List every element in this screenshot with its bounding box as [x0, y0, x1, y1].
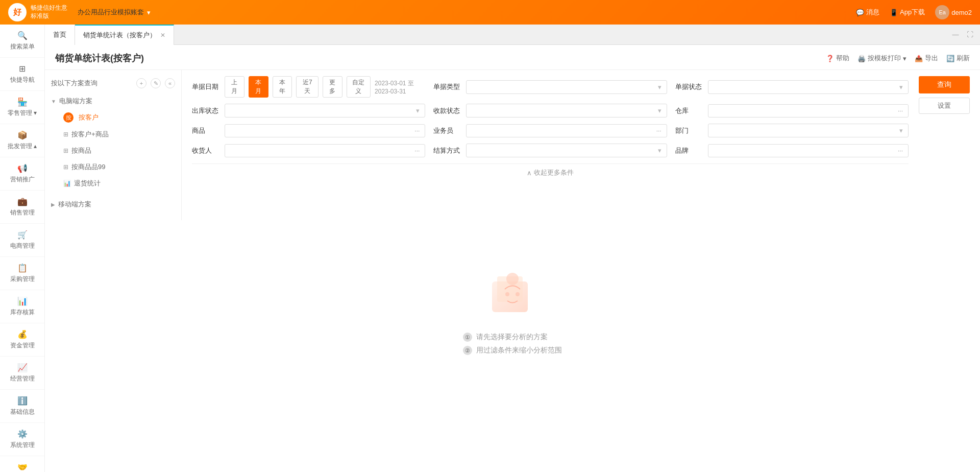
sidebar-item-operation[interactable]: 📈 经营管理	[0, 357, 44, 390]
scheme-panel: 按以下方案查询 + ✎ «	[45, 70, 182, 220]
filter-and-buttons: 单据日期 上月 本月 本年 近7天 更多 自定义	[182, 70, 980, 220]
tip-2: ② 用过滤条件来缩小分析范围	[463, 346, 562, 355]
scheme-item-by-customer[interactable]: 按 按客户	[45, 109, 181, 126]
sidebar-item-finance[interactable]: 💰 资金管理	[0, 323, 44, 357]
sidebar-item-search-menu[interactable]: 🔍 搜索菜单	[0, 25, 44, 58]
payment-status-item: 收款状态 ▾	[433, 104, 667, 117]
settlement-label: 结算方式	[433, 146, 462, 155]
message-btn[interactable]: 💬 消息	[856, 8, 879, 17]
consignee-item: 收货人 ···	[192, 144, 425, 157]
scheme-item-refund[interactable]: 📊 退货统计	[45, 175, 181, 192]
tab-minimize-btn[interactable]: —	[949, 29, 962, 41]
main-layout: 🔍 搜索菜单 ⊞ 快捷导航 🏪 零售管理 ▾ 📦 批发管理 ▴ 📢 营销推广	[0, 25, 980, 472]
product-ellipsis: ···	[414, 127, 420, 134]
status-dropdown-icon: ▾	[899, 83, 903, 91]
scheme-item-by-product-99[interactable]: ⊞ 按商品品99	[45, 159, 181, 175]
status-filter-item: 单据状态 ▾	[675, 80, 909, 94]
grid-icon-2: ⊞	[63, 147, 68, 154]
title-dropdown[interactable]: ▾	[147, 9, 151, 16]
marketing-icon: 📢	[2, 163, 42, 173]
svg-point-2	[506, 273, 519, 285]
tab-bar: 首页 销货单统计表（按客户） ✕ — ⛶	[45, 25, 980, 45]
date-btn-more[interactable]: 更多	[323, 76, 342, 98]
tab-maximize-btn[interactable]: ⛶	[964, 29, 976, 41]
scheme-add-btn[interactable]: +	[136, 78, 146, 88]
query-button[interactable]: 查询	[919, 76, 970, 93]
export-btn[interactable]: 📤 导出	[915, 54, 938, 63]
product-control[interactable]: ···	[225, 124, 425, 137]
sidebar-item-wholesale[interactable]: 📦 批发管理 ▴	[0, 124, 44, 157]
content-area: 首页 销货单统计表（按客户） ✕ — ⛶ 销货单统计表(按客户)	[45, 25, 980, 472]
payment-status-select[interactable]: ▾	[466, 104, 667, 117]
app-download-btn[interactable]: 📱 App下载	[890, 8, 925, 17]
dept-select[interactable]: ▾	[708, 124, 909, 137]
tab-sales-stat[interactable]: 销货单统计表（按客户） ✕	[75, 25, 174, 45]
type-dropdown-icon: ▾	[658, 83, 662, 91]
consignee-control[interactable]: ···	[225, 144, 425, 157]
sidebar-item-inventory[interactable]: 📊 库存核算	[0, 290, 44, 323]
date-btn-last-month[interactable]: 上月	[225, 76, 244, 98]
scheme-panel-header: 按以下方案查询 + ✎ «	[45, 75, 181, 91]
filter-row-3: 商品 ··· 业务员	[192, 124, 909, 137]
sidebar-item-ecom[interactable]: 🛒 电商管理	[0, 224, 44, 257]
finance-icon: 💰	[2, 329, 42, 339]
brand-label: 品牌	[675, 146, 704, 155]
scheme-desktop-group: ▼ 电脑端方案 按 按客户 ⊞ 按客户+商品	[45, 93, 181, 192]
user-avatar-area[interactable]: Ea demo2	[935, 5, 972, 19]
help-btn[interactable]: ❓ 帮助	[826, 54, 849, 63]
date-btn-this-year[interactable]: 本年	[273, 76, 292, 98]
scheme-collapse-btn[interactable]: «	[165, 78, 175, 88]
date-filter: 上月 本月 本年 近7天 更多 自定义 2023-03-01 至 2023-03…	[225, 76, 425, 98]
tab-home[interactable]: 首页	[45, 25, 75, 45]
refresh-icon: 🔄	[946, 55, 954, 62]
scheme-edit-btn[interactable]: ✎	[151, 78, 161, 88]
nav-icon: ⊞	[2, 64, 42, 74]
salesperson-control[interactable]: ···	[466, 124, 667, 137]
payment-status-label: 收款状态	[433, 106, 462, 115]
chart-icon: 📊	[63, 180, 71, 187]
out-status-select[interactable]: ▾	[225, 104, 425, 117]
brand-item: 品牌 ···	[675, 144, 909, 157]
basic-icon: ℹ️	[2, 396, 42, 406]
filter-section: 按以下方案查询 + ✎ «	[45, 70, 980, 220]
sidebar-item-retail[interactable]: 🏪 零售管理 ▾	[0, 91, 44, 124]
settlement-item: 结算方式 ▾	[433, 144, 667, 157]
brand-ellipsis: ···	[898, 147, 903, 154]
sidebar-item-basic[interactable]: ℹ️ 基础信息	[0, 390, 44, 423]
print-btn[interactable]: 🖨️ 按模板打印 ▾	[857, 54, 906, 63]
salesperson-ellipsis: ···	[656, 127, 662, 134]
status-select[interactable]: ▾	[708, 80, 909, 94]
date-btn-7days[interactable]: 近7天	[296, 76, 318, 98]
settings-button[interactable]: 设置	[919, 98, 970, 114]
svg-point-4	[516, 292, 520, 296]
desktop-group-arrow: ▼	[51, 99, 56, 104]
sidebar-item-purchase[interactable]: 📋 采购管理	[0, 257, 44, 290]
brand-control[interactable]: ···	[708, 144, 909, 157]
empty-tips: ① 请先选择要分析的方案 ② 用过滤条件来缩小分析范围	[463, 333, 562, 359]
settlement-select[interactable]: ▾	[466, 144, 667, 157]
sidebar-item-enterprise[interactable]: 🤝 企业协同	[0, 456, 44, 472]
dept-dropdown-icon: ▾	[899, 127, 903, 134]
sidebar-item-marketing[interactable]: 📢 营销推广	[0, 157, 44, 191]
logo-area: 好 畅捷信好生意 标准版	[8, 3, 67, 21]
warehouse-control[interactable]: ···	[708, 104, 909, 117]
collapse-btn[interactable]: ∧ 收起更多条件	[527, 168, 574, 177]
svg-point-3	[505, 292, 509, 296]
scheme-item-by-product[interactable]: ⊞ 按商品	[45, 143, 181, 159]
type-select[interactable]: ▾	[466, 80, 667, 94]
sidebar-item-system[interactable]: ⚙️ 系统管理	[0, 423, 44, 456]
date-btn-this-month[interactable]: 本月	[249, 76, 268, 98]
consignee-label: 收货人	[192, 146, 220, 155]
tab-close-btn[interactable]: ✕	[160, 32, 165, 39]
tab-bar-right: — ⛶	[949, 29, 980, 41]
sidebar-item-quick-nav[interactable]: ⊞ 快捷导航	[0, 58, 44, 91]
empty-illustration	[482, 261, 543, 322]
search-icon: 🔍	[2, 31, 42, 40]
date-btn-custom[interactable]: 自定义	[347, 76, 371, 98]
scheme-desktop-group-header[interactable]: ▼ 电脑端方案	[45, 93, 181, 109]
refresh-btn[interactable]: 🔄 刷新	[946, 54, 970, 63]
scheme-mobile-group-header[interactable]: ▶ 移动端方案	[51, 197, 175, 212]
scheme-item-by-customer-product[interactable]: ⊞ 按客户+商品	[45, 126, 181, 143]
sidebar-item-sales[interactable]: 💼 销售管理	[0, 191, 44, 224]
enterprise-icon: 🤝	[2, 462, 42, 472]
